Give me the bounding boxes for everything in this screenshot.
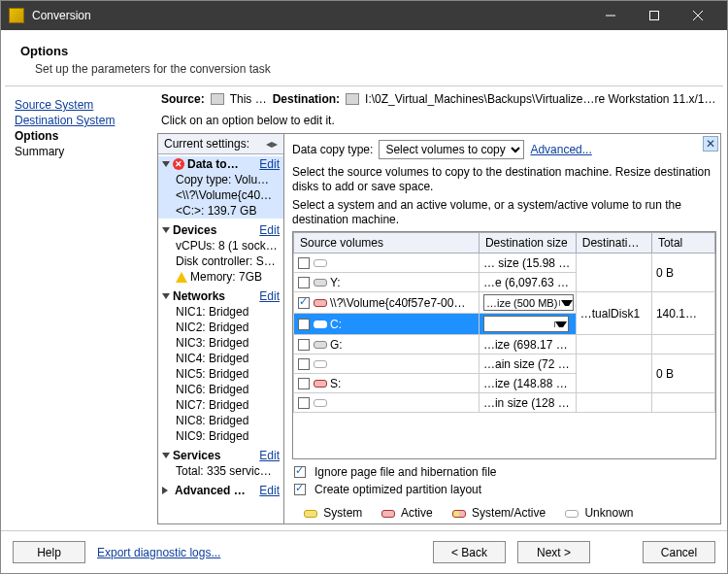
settings-group-header[interactable]: NetworksEdit	[158, 288, 283, 304]
edit-link[interactable]: Edit	[259, 484, 280, 497]
settings-item-label: Disk controller: S…	[176, 253, 276, 269]
settings-item[interactable]: NIC7: Bridged	[158, 397, 283, 413]
advanced-link[interactable]: Advanced...	[530, 143, 591, 156]
settings-item[interactable]: vCPUs: 8 (1 sock…	[158, 238, 283, 253]
destination-size-select[interactable]: …ize (500 MB)	[483, 294, 574, 311]
source-value: This …	[230, 92, 267, 106]
volume-checkbox[interactable]	[298, 339, 310, 351]
volume-checkbox[interactable]	[298, 358, 310, 370]
chevron-down-icon[interactable]	[162, 227, 170, 233]
edit-link[interactable]: Edit	[259, 449, 280, 462]
nav-source-system[interactable]: Source System	[15, 98, 149, 112]
opt-optimized-layout[interactable]: Create optimized partition layout	[294, 483, 714, 496]
volume-row[interactable]: …ain size (72 GB)0 B	[294, 355, 715, 374]
settings-group-header[interactable]: Advanced …Edit	[158, 483, 283, 498]
group-name: Services	[173, 449, 220, 462]
settings-item[interactable]: <\\?\Volume{c40…	[158, 187, 283, 203]
checkbox-icon[interactable]	[294, 484, 306, 495]
chevron-right-icon[interactable]	[162, 487, 172, 494]
edit-link[interactable]: Edit	[259, 223, 280, 237]
total-size	[651, 335, 714, 355]
edit-link[interactable]: Edit	[259, 157, 280, 171]
options-panels: Current settings: ◂▸ ✕Data to…EditCopy t…	[157, 133, 721, 524]
volume-checkbox[interactable]	[298, 297, 310, 309]
settings-item-label: NIC9: Bridged	[176, 428, 248, 444]
destination-label: Destination:	[273, 92, 340, 106]
edit-link[interactable]: Edit	[259, 289, 280, 303]
cancel-button[interactable]: Cancel	[643, 541, 715, 563]
next-button[interactable]: Next >	[517, 541, 590, 563]
volume-checkbox[interactable]	[298, 277, 310, 288]
settings-item[interactable]: NIC3: Bridged	[158, 335, 283, 351]
close-editor-button[interactable]: ✕	[703, 136, 718, 152]
settings-item-label: Copy type: Volu…	[176, 172, 269, 187]
volume-checkbox[interactable]	[298, 397, 310, 409]
volume-row[interactable]: … size (15.98 MB)0 B	[294, 253, 715, 273]
disk-icon	[314, 321, 327, 328]
settings-item[interactable]: Total: 335 servic…	[158, 463, 283, 479]
settings-item[interactable]: NIC9: Bridged	[158, 428, 283, 444]
settings-item[interactable]: NIC1: Bridged	[158, 304, 283, 320]
nav-destination-system[interactable]: Destination System	[15, 114, 149, 127]
volume-row[interactable]: \\?\Volume{c40f57e7-00……ize (500 MB)…tua…	[294, 292, 715, 314]
settings-list[interactable]: ✕Data to…EditCopy type: Volu…<\\?\Volume…	[158, 154, 283, 523]
chevron-down-icon[interactable]	[554, 321, 568, 327]
col-destination-layout[interactable]: Destinati…	[576, 233, 651, 253]
destination-size-select[interactable]: … (139.7 GB)	[483, 316, 569, 332]
volume-checkbox[interactable]	[298, 257, 310, 269]
chevron-down-icon[interactable]	[162, 161, 170, 167]
chevron-down-icon[interactable]	[559, 300, 573, 306]
settings-item-label: NIC8: Bridged	[176, 413, 248, 428]
warning-icon	[176, 272, 187, 283]
settings-item[interactable]: NIC8: Bridged	[158, 413, 283, 428]
col-total[interactable]: Total	[651, 233, 714, 253]
settings-item[interactable]: NIC6: Bridged	[158, 382, 283, 397]
back-button[interactable]: < Back	[433, 541, 506, 563]
settings-item-label: NIC3: Bridged	[176, 335, 248, 351]
destination-size-text: … size (15.98 MB)	[479, 253, 576, 273]
chevron-down-icon[interactable]	[162, 293, 170, 299]
opt-ignore-pagefile[interactable]: Ignore page file and hibernation file	[294, 465, 714, 479]
settings-item[interactable]: NIC2: Bridged	[158, 320, 283, 335]
legend-active: Active	[381, 506, 432, 520]
destination-size-text: …ize (698.17 GB)	[479, 335, 576, 355]
settings-item[interactable]: Disk controller: S…	[158, 253, 283, 269]
nav-arrows-icon[interactable]: ◂▸	[266, 137, 278, 151]
settings-group-header[interactable]: ServicesEdit	[158, 448, 283, 463]
help-button[interactable]: Help	[13, 541, 85, 563]
close-window-button[interactable]	[676, 1, 719, 30]
settings-item-label: NIC6: Bridged	[176, 382, 248, 397]
chevron-down-icon[interactable]	[162, 453, 170, 458]
copy-type-select[interactable]: Select volumes to copy	[379, 140, 524, 159]
destination-size-text: …e (6,097.63 GB)	[479, 273, 576, 292]
minimize-button[interactable]	[588, 1, 632, 30]
export-logs-link[interactable]: Export diagnostic logs...	[97, 546, 220, 559]
volume-name: C:	[330, 318, 342, 331]
options-checkboxes: Ignore page file and hibernation file Cr…	[292, 459, 716, 502]
settings-item[interactable]: <C:>: 139.7 GB	[158, 203, 283, 219]
settings-group-header[interactable]: ✕Data to…Edit	[158, 156, 283, 172]
volume-row[interactable]: …in size (128 MB)	[294, 393, 715, 413]
vm-icon	[346, 93, 359, 105]
volume-checkbox[interactable]	[298, 319, 310, 330]
settings-header-label: Current settings:	[164, 137, 249, 151]
settings-item[interactable]: Memory: 7GB	[158, 269, 283, 285]
volume-checkbox[interactable]	[298, 378, 310, 389]
col-source-volumes[interactable]: Source volumes	[294, 233, 480, 253]
settings-item[interactable]: NIC5: Bridged	[158, 366, 283, 382]
maximize-button[interactable]	[632, 1, 676, 30]
settings-item[interactable]: Copy type: Volu…	[158, 172, 283, 187]
settings-item[interactable]: NIC4: Bridged	[158, 351, 283, 366]
settings-item-label: NIC5: Bridged	[176, 366, 248, 382]
nav-options[interactable]: Options	[15, 129, 149, 143]
volume-row[interactable]: G:…ize (698.17 GB)	[294, 335, 715, 355]
settings-group-header[interactable]: DevicesEdit	[158, 222, 283, 238]
disk-icon	[314, 399, 327, 407]
nav-summary[interactable]: Summary	[15, 145, 149, 158]
col-destination-size[interactable]: Destination size	[479, 233, 576, 253]
checkbox-icon[interactable]	[294, 466, 306, 478]
legend-unknown: Unknown	[565, 506, 633, 520]
volumes-table: Source volumes Destination size Destinat…	[293, 232, 715, 413]
page-subtitle: Set up the parameters for the conversion…	[35, 62, 708, 76]
settings-header: Current settings: ◂▸	[158, 134, 283, 154]
